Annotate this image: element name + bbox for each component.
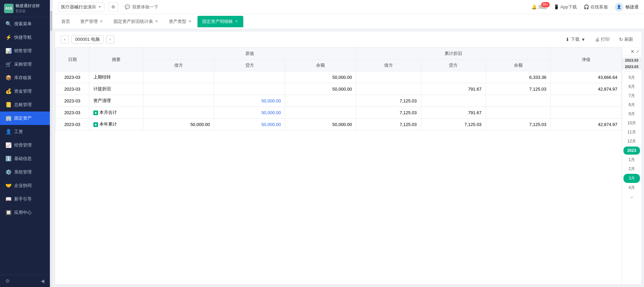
sidebar-item-apps[interactable]: 🔲应用中心 <box>0 206 50 219</box>
payroll-icon: 👤 <box>5 129 11 135</box>
tab-asset_detail[interactable]: 固定资产明细账✕ <box>197 16 243 27</box>
basic_info-icon: ℹ️ <box>5 156 11 162</box>
download-icon: 📱 <box>554 4 559 9</box>
timeline-month[interactable]: 6月 <box>622 82 641 91</box>
timeline-month[interactable]: 7月 <box>622 91 641 100</box>
collapse-icon[interactable]: ◀ <box>41 278 44 284</box>
orig-debit-header: 借方 <box>143 60 214 71</box>
sidebar-item-system[interactable]: ⚙️系统管理 <box>0 165 50 179</box>
cell-description: 计提折旧 <box>89 83 143 95</box>
refresh-icon: ↻ <box>619 37 623 42</box>
cell-orig-credit <box>214 71 285 83</box>
quick_nav-icon: ⚡ <box>5 34 11 40</box>
timeline-body: 2023.032023.035月6月7月8月9月10月11月12月20231月2… <box>622 56 641 284</box>
cell-date: 2023-03 <box>56 107 89 119</box>
sidebar-item-finance[interactable]: 💰资金管理 <box>0 85 50 98</box>
settings-icon[interactable]: ⚙ <box>5 278 10 284</box>
tab-label-home: 首页 <box>61 19 70 25</box>
sidebar-label-cooperation: 企业协同 <box>14 183 32 189</box>
sidebar-label-search: 搜索菜单 <box>14 21 32 27</box>
tab-asset_type[interactable]: 资产类型✕ <box>164 16 197 27</box>
timeline-month[interactable]: 9月 <box>622 109 641 119</box>
timeline-month[interactable]: 5月 <box>622 73 641 82</box>
timeline-month[interactable]: 8月 <box>622 100 641 109</box>
tab-asset_mgmt[interactable]: 资产管理✕ <box>75 16 108 27</box>
timeline-month[interactable]: 2月 <box>622 164 641 173</box>
topbar-settings-button[interactable]: ⚙ <box>109 2 118 12</box>
table-wrapper: 日期 摘要 原值 累计折旧 净值 借方 贷方 余额 借方 贷方 余额 <box>55 47 622 284</box>
tab-depreciation_stat[interactable]: 固定资产折旧统计表✕ <box>109 16 163 27</box>
cell-dep-balance: 6,333.36 <box>486 71 550 83</box>
print-icon: 🖨 <box>595 37 600 42</box>
timeline-down-chevron[interactable]: ⌄ <box>629 192 635 200</box>
cell-orig-debit <box>143 95 214 107</box>
download-label: 下载 <box>571 36 580 42</box>
sidebar-item-sales[interactable]: 📊销售管理 <box>0 44 50 58</box>
sidebar-item-purchase[interactable]: 🛒采购管理 <box>0 58 50 71</box>
timeline-expand-icon[interactable]: ⤢ <box>636 49 639 54</box>
timeline-month[interactable]: 4月 <box>622 183 641 192</box>
cell-date: 2023-03 <box>56 71 89 83</box>
print-button[interactable]: 🖨 打印 <box>592 35 612 44</box>
main-area: 医疗器械行业演示 ▼ ⚙ 💬 我要体验一下 🔔 消息 99+ 📱 App下载 🎧… <box>53 0 644 287</box>
timeline-month[interactable]: 11月 <box>622 128 641 137</box>
next-asset-button[interactable]: › <box>106 35 114 43</box>
user-name: 畅捷通 <box>625 4 639 10</box>
sidebar-item-fixed_assets[interactable]: 🏢固定资产 <box>0 111 50 125</box>
timeline-year[interactable]: 2023 <box>623 147 640 155</box>
sidebar: AtA 畅捷通好业财 普及版 🔍搜索菜单⚡快捷导航📊销售管理🛒采购管理📦库存核算… <box>0 0 50 287</box>
download-btn[interactable]: 📱 App下载 <box>554 4 577 10</box>
sidebar-item-inventory[interactable]: 📦库存核算 <box>0 71 50 85</box>
dep-debit-header: 借方 <box>356 60 421 71</box>
tab-label-depreciation_stat: 固定资产折旧统计表 <box>114 19 153 25</box>
orig-credit-header: 贷方 <box>214 60 285 71</box>
experience-btn[interactable]: 💬 我要体验一下 <box>125 4 158 10</box>
cell-description: ■本年累计 <box>89 119 143 130</box>
sidebar-item-ledger[interactable]: 📒总账管理 <box>0 98 50 111</box>
tab-close-depreciation_stat[interactable]: ✕ <box>154 19 159 24</box>
sidebar-label-system: 系统管理 <box>14 169 32 175</box>
download-chevron: ▼ <box>581 37 585 42</box>
tab-close-asset_type[interactable]: ✕ <box>188 19 192 24</box>
tab-close-asset_mgmt[interactable]: ✕ <box>99 19 103 24</box>
sidebar-item-basic_info[interactable]: ℹ️基础信息 <box>0 152 50 165</box>
fixed_assets-icon: 🏢 <box>5 115 11 121</box>
user-btn[interactable]: 👤 畅捷通 <box>615 3 639 11</box>
experience-label: 我要体验一下 <box>132 4 158 10</box>
sidebar-item-cooperation[interactable]: 🤝企业协同 <box>0 179 50 192</box>
system-icon: ⚙️ <box>5 169 11 175</box>
notifications-btn[interactable]: 🔔 消息 99+ <box>531 4 547 10</box>
sidebar-label-apps: 应用中心 <box>14 210 32 216</box>
sidebar-scrollbar[interactable] <box>50 0 53 287</box>
sidebar-item-payroll[interactable]: 👤工资 <box>0 125 50 138</box>
cell-net-value: 42,874.97 <box>551 119 622 130</box>
tab-home[interactable]: 首页 <box>57 16 75 27</box>
timeline-close-icon[interactable]: ✕ <box>631 49 635 54</box>
cell-dep-debit <box>356 71 421 83</box>
prev-asset-button[interactable]: ‹ <box>61 35 69 43</box>
sidebar-item-guide[interactable]: 📖新手引导 <box>0 192 50 206</box>
refresh-button[interactable]: ↻ 刷新 <box>616 35 636 44</box>
sidebar-label-inventory: 库存核算 <box>14 75 32 81</box>
download-button[interactable]: ⬇ 下载 ▼ <box>563 35 588 44</box>
cell-dep-credit: 7,125.03 <box>421 119 486 130</box>
cell-net-value <box>551 107 622 119</box>
tabbar: 首页资产管理✕固定资产折旧统计表✕资产类型✕固定资产明细账✕ <box>53 14 644 29</box>
sidebar-item-search[interactable]: 🔍搜索菜单 <box>0 17 50 31</box>
cell-orig-credit: 50,000.00 <box>214 119 285 130</box>
cell-dep-balance: 7,125.03 <box>486 83 550 95</box>
col-net-value: 净值 <box>551 48 622 71</box>
app-selector[interactable]: 医疗器械行业演示 ▼ <box>58 2 104 12</box>
ledger-table: 日期 摘要 原值 累计折旧 净值 借方 贷方 余额 借方 贷方 余额 <box>55 47 622 130</box>
timeline-month[interactable]: 10月 <box>622 119 641 128</box>
timeline-month[interactable]: 12月 <box>622 137 641 146</box>
tab-close-asset_detail[interactable]: ✕ <box>234 19 239 24</box>
cell-date: 2023-03 <box>56 83 89 95</box>
cell-description: 上期结转 <box>89 71 143 83</box>
service-btn[interactable]: 🎧 在线客服 <box>584 4 608 10</box>
sidebar-item-quick_nav[interactable]: ⚡快捷导航 <box>0 31 50 44</box>
timeline-month[interactable]: 3月 <box>623 174 640 183</box>
timeline-month[interactable]: 1月 <box>622 155 641 164</box>
cell-orig-debit <box>143 83 214 95</box>
sidebar-item-operations[interactable]: 📈经营管理 <box>0 138 50 152</box>
